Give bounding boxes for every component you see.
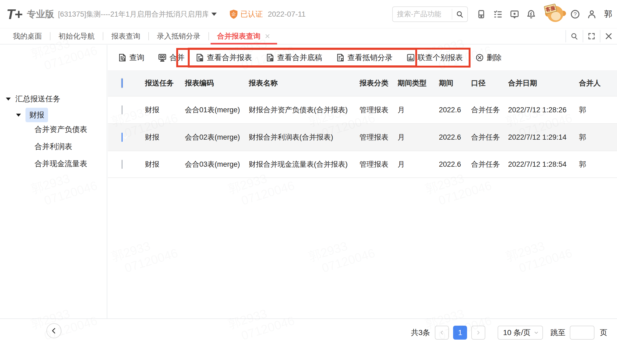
row-checkbox[interactable] bbox=[122, 105, 123, 114]
col-header: 报表分类 bbox=[359, 78, 398, 88]
chevron-left-icon bbox=[439, 330, 445, 335]
tplus-logo: T+ bbox=[6, 6, 22, 22]
highlighted-button-group: 查看合并报表 查看合并底稿 查看抵销分录 bbox=[188, 48, 471, 68]
user-name[interactable]: 郭 bbox=[604, 9, 612, 20]
table-row[interactable]: 财报 会合03表(merge) 财报合并现金流量表(合并报表) 管理报表 月 2… bbox=[108, 151, 617, 178]
table-row[interactable]: 财报 会合01表(merge) 财报合并资产负债表(合并报表) 管理报表 月 2… bbox=[108, 96, 617, 123]
page-size-select[interactable]: 10 条/页 bbox=[498, 326, 543, 340]
view-merged-report-button[interactable]: 查看合并报表 bbox=[196, 53, 252, 63]
view-offset-entries-button[interactable]: 查看抵销分录 bbox=[336, 53, 392, 63]
content-bottom-divider bbox=[0, 318, 617, 319]
row-checkbox[interactable] bbox=[122, 133, 123, 142]
certified-badge: 企 已认证 bbox=[229, 9, 263, 19]
chevron-left-icon bbox=[50, 327, 57, 334]
close-icon[interactable] bbox=[600, 28, 617, 44]
jump-page-input-wrap bbox=[570, 326, 594, 340]
help-icon[interactable]: ? bbox=[570, 9, 581, 20]
jump-page-input[interactable] bbox=[570, 326, 594, 339]
fullscreen-icon[interactable] bbox=[583, 28, 600, 44]
prev-page-button[interactable] bbox=[435, 326, 449, 340]
notification-bell-icon[interactable] bbox=[526, 9, 537, 20]
doc-plus-icon bbox=[266, 53, 274, 62]
tab-offset-entry[interactable]: 录入抵销分录 bbox=[149, 28, 208, 44]
chart-box-icon bbox=[406, 53, 415, 62]
shield-icon: 企 bbox=[229, 9, 238, 19]
select-all-checkbox[interactable] bbox=[122, 79, 123, 88]
col-header: 合并人 bbox=[579, 78, 617, 88]
sidebar-tree: 汇总报送任务 财报 合并资产负债表 合并利润表 合并现金流量表 bbox=[0, 45, 107, 318]
header-date: 2022-07-11 bbox=[268, 10, 306, 18]
col-header: 报送任务 bbox=[145, 78, 185, 88]
product-search-box bbox=[392, 6, 468, 22]
doc-search-icon bbox=[118, 53, 127, 62]
col-header: 口径 bbox=[471, 78, 508, 88]
app-window: T+ 专业版 [631375]集测----21年1月启用合并抵消只启用库存07.… bbox=[0, 0, 617, 364]
table-header: 报送任务 报表编码 报表名称 报表分类 期间类型 期间 口径 合并日期 合并人 bbox=[108, 70, 617, 96]
customer-service-mascot[interactable]: 客服 bbox=[542, 5, 566, 24]
doc-eye-icon bbox=[196, 53, 204, 62]
chevron-down-icon[interactable] bbox=[6, 98, 11, 101]
tab-close-icon[interactable] bbox=[264, 33, 271, 39]
tabbar-search-icon[interactable] bbox=[566, 28, 583, 44]
tab-init-nav[interactable]: 初始化导航 bbox=[50, 28, 103, 44]
account-dropdown-caret-icon[interactable] bbox=[211, 13, 217, 16]
chevron-down-icon[interactable] bbox=[16, 114, 21, 117]
tab-my-desktop[interactable]: 我的桌面 bbox=[5, 28, 50, 44]
search-icon[interactable] bbox=[452, 10, 467, 18]
account-title[interactable]: [631375]集测----21年1月启用合并抵消只启用库存07... bbox=[58, 9, 208, 19]
tree-leaf-cash-flow[interactable]: 合并现金流量表 bbox=[35, 159, 87, 169]
col-header: 报表名称 bbox=[249, 78, 359, 88]
sidebar-collapse-button[interactable] bbox=[46, 323, 61, 338]
merge-button[interactable]: 合并 bbox=[158, 53, 185, 63]
col-header: 合并日期 bbox=[508, 78, 579, 88]
row-checkbox[interactable] bbox=[122, 160, 123, 169]
total-count-label: 共3条 bbox=[411, 328, 430, 338]
tree-node-financial-report[interactable]: 财报 bbox=[16, 108, 48, 122]
device-icon[interactable] bbox=[476, 9, 487, 20]
tree-node-selected-label[interactable]: 财报 bbox=[25, 108, 48, 122]
tree-node-summary-tasks[interactable]: 汇总报送任务 bbox=[6, 94, 60, 104]
main-content: 查询 合并 查看合并报表 bbox=[108, 45, 617, 318]
top-header: T+ 专业版 [631375]集测----21年1月启用合并抵消只启用库存07.… bbox=[0, 0, 617, 28]
chevron-right-icon bbox=[476, 330, 481, 335]
tree-leaf-balance-sheet[interactable]: 合并资产负债表 bbox=[35, 124, 87, 135]
toolbar: 查询 合并 查看合并报表 bbox=[108, 45, 617, 70]
svg-text:企: 企 bbox=[232, 11, 236, 16]
table-row[interactable]: 财报 会合02表(merge) 财报合并利润表(合并报表) 管理报表 月 202… bbox=[108, 123, 617, 151]
task-list-icon[interactable] bbox=[493, 9, 503, 20]
pagination: 共3条 1 10 条/页 跳至 页 bbox=[411, 326, 607, 340]
svg-text:?: ? bbox=[574, 11, 576, 17]
col-header: 报表编码 bbox=[185, 78, 249, 88]
mascot-face bbox=[551, 12, 561, 20]
chevron-down-icon bbox=[534, 330, 539, 335]
user-icon[interactable] bbox=[586, 9, 597, 20]
view-merged-draft-button[interactable]: 查看合并底稿 bbox=[266, 53, 322, 63]
monitor-icon bbox=[158, 53, 167, 62]
doc-entry-icon bbox=[336, 53, 345, 62]
page-unit-label: 页 bbox=[600, 328, 607, 338]
linked-individual-report-button[interactable]: 联查个别报表 bbox=[406, 53, 463, 63]
tabbar-actions bbox=[565, 28, 617, 44]
tab-merged-report-query[interactable]: 合并报表查询 bbox=[209, 28, 279, 44]
query-button[interactable]: 查询 bbox=[118, 53, 144, 63]
search-input[interactable] bbox=[393, 10, 452, 18]
edition-label: 专业版 bbox=[27, 8, 54, 20]
certified-label: 已认证 bbox=[240, 9, 263, 19]
jump-to-label: 跳至 bbox=[550, 328, 565, 338]
current-page-button[interactable]: 1 bbox=[453, 326, 467, 340]
message-icon[interactable] bbox=[509, 9, 520, 20]
delete-button[interactable]: 删除 bbox=[475, 53, 502, 63]
tree-leaf-income-statement[interactable]: 合并利润表 bbox=[35, 142, 72, 152]
tab-bar: 我的桌面 初始化导航 报表查询 录入抵销分录 合并报表查询 bbox=[0, 28, 617, 44]
circle-x-icon bbox=[475, 53, 484, 62]
next-page-button[interactable] bbox=[471, 326, 485, 340]
col-header: 期间 bbox=[439, 78, 471, 88]
col-header: 期间类型 bbox=[398, 78, 439, 88]
tab-report-query[interactable]: 报表查询 bbox=[103, 28, 148, 44]
